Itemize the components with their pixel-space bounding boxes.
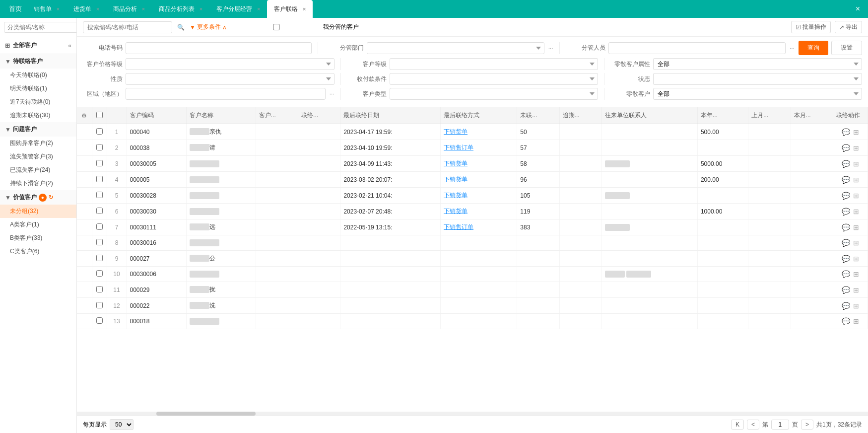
grid-action-icon[interactable]: ⊞ [853, 208, 859, 216]
cell-checkbox[interactable] [92, 219, 107, 235]
grid-action-icon[interactable]: ⊞ [853, 270, 859, 278]
cell-checkbox[interactable] [92, 188, 107, 204]
cell-last-method[interactable] [441, 267, 517, 282]
reset-button[interactable]: 设置 [831, 41, 862, 55]
sidebar-item-declining[interactable]: 持续下滑客户(2) [0, 177, 76, 190]
cell-last-method[interactable]: 下销售订单 [441, 140, 517, 156]
cell-last-method[interactable] [441, 298, 517, 314]
query-button[interactable]: 查询 [799, 41, 828, 55]
sidebar-item-churn-warning[interactable]: 流失预警客户(3) [0, 150, 76, 163]
cell-last-method[interactable]: 下销货单 [441, 188, 517, 204]
more-conditions-btn[interactable]: ▼ 更多条件 ∧ [190, 23, 227, 31]
nav-home[interactable]: 首页 [4, 0, 27, 18]
sidebar-group-value[interactable]: ▼ 价值客户 ● ↻ [0, 190, 76, 205]
tab-purchase[interactable]: 进货单 × [67, 0, 106, 18]
page-input[interactable] [771, 420, 789, 430]
grid-action-icon[interactable]: ⊞ [853, 128, 859, 136]
cell-last-method[interactable]: 下销货单 [441, 204, 517, 219]
phone-input[interactable] [126, 42, 312, 54]
col-settings[interactable]: ⚙ [77, 107, 92, 124]
row-checkbox[interactable] [96, 239, 103, 245]
tab-purchase-close[interactable]: × [96, 6, 99, 12]
sidebar-item-class-b[interactable]: B类客户(33) [0, 231, 76, 245]
sidebar-item-abnormal[interactable]: 囤购异常客户(2) [0, 137, 76, 150]
cell-checkbox[interactable] [92, 235, 107, 251]
manager-more-icon[interactable]: ··· [790, 45, 795, 52]
sidebar-group-problem[interactable]: ▼ 问题客户 [0, 122, 76, 137]
window-close-icon[interactable]: × [852, 4, 864, 13]
tab-sales[interactable]: 销售单 × [27, 0, 67, 18]
grid-action-icon[interactable]: ⊞ [853, 255, 859, 263]
my-customers-check[interactable] [232, 24, 321, 30]
cell-checkbox[interactable] [92, 204, 107, 219]
chat-icon[interactable]: 💬 [842, 239, 850, 247]
sidebar-item-7days[interactable]: 近7天待联络(0) [0, 95, 76, 109]
first-page-btn[interactable]: K [731, 420, 744, 430]
batch-ops-btn[interactable]: ☑ 批量操作 [791, 21, 831, 33]
chat-icon[interactable]: 💬 [842, 208, 850, 216]
tab-product-analysis-close[interactable]: × [142, 6, 145, 12]
chat-icon[interactable]: 💬 [842, 192, 850, 200]
cell-last-method[interactable] [441, 251, 517, 267]
row-checkbox[interactable] [96, 160, 103, 166]
grid-action-icon[interactable]: ⊞ [853, 223, 859, 231]
sidebar-search-input[interactable] [4, 22, 77, 33]
cell-checkbox[interactable] [92, 156, 107, 172]
cell-last-method[interactable] [441, 282, 517, 298]
sidebar-item-class-a[interactable]: A类客户(1) [0, 218, 76, 231]
grid-action-icon[interactable]: ⊞ [853, 160, 859, 168]
grid-action-icon[interactable]: ⊞ [853, 176, 859, 184]
row-checkbox[interactable] [96, 302, 103, 308]
search-input[interactable] [83, 21, 172, 33]
sidebar-item-overdue[interactable]: 逾期未联络(30) [0, 109, 76, 122]
chat-icon[interactable]: 💬 [842, 317, 850, 325]
tab-product-analysis-list-close[interactable]: × [200, 6, 202, 12]
refresh-icon[interactable]: ↻ [49, 194, 53, 201]
cell-last-method[interactable] [441, 235, 517, 251]
customer-type-select[interactable] [390, 88, 599, 100]
grid-action-icon[interactable]: ⊞ [853, 192, 859, 200]
region-more-icon[interactable]: ··· [330, 90, 334, 97]
cell-checkbox[interactable] [92, 282, 107, 298]
row-checkbox[interactable] [96, 317, 103, 324]
scrollbar-thumb[interactable] [156, 412, 256, 416]
chat-icon[interactable]: 💬 [842, 270, 850, 278]
row-checkbox[interactable] [96, 192, 103, 198]
chat-icon[interactable]: 💬 [842, 223, 850, 231]
sidebar-all-customers[interactable]: ⊞ 全部客户 « [0, 37, 76, 54]
cell-checkbox[interactable] [92, 298, 107, 314]
row-checkbox[interactable] [96, 208, 103, 214]
prev-page-btn[interactable]: < [747, 420, 759, 430]
sidebar-collapse-icon[interactable]: « [68, 42, 71, 49]
status-select[interactable] [653, 73, 862, 85]
tab-product-analysis[interactable]: 商品分析 × [106, 0, 152, 18]
price-level-select[interactable] [126, 58, 334, 70]
chat-icon[interactable]: 💬 [842, 144, 850, 152]
chat-icon[interactable]: 💬 [842, 160, 850, 168]
grid-action-icon[interactable]: ⊞ [853, 302, 859, 310]
tab-customer-contact-close[interactable]: × [303, 6, 306, 12]
tab-product-analysis-list[interactable]: 商品分析列表 × [152, 0, 209, 18]
chat-icon[interactable]: 💬 [842, 176, 850, 184]
manager-input[interactable] [608, 42, 786, 54]
sidebar-item-today[interactable]: 今天待联络(0) [0, 69, 76, 82]
row-checkbox[interactable] [96, 223, 103, 230]
chat-icon[interactable]: 💬 [842, 255, 850, 263]
chat-icon[interactable]: 💬 [842, 302, 850, 310]
region-input[interactable] [126, 88, 326, 100]
horizontal-scrollbar[interactable] [77, 412, 868, 416]
customer-level-select[interactable] [390, 58, 599, 70]
dept-select[interactable] [367, 42, 544, 54]
dept-more-icon[interactable]: ··· [548, 45, 553, 52]
cell-checkbox[interactable] [92, 251, 107, 267]
nature-select[interactable] [126, 73, 334, 85]
settings-icon[interactable]: ⚙ [81, 112, 87, 119]
filter-search-icon[interactable]: 🔍 [177, 24, 185, 31]
grid-action-icon[interactable]: ⊞ [853, 239, 859, 247]
sidebar-item-ungrouped[interactable]: 未分组(32) [0, 205, 76, 218]
cell-last-method[interactable]: 下销货单 [441, 124, 517, 140]
cell-last-method[interactable]: 下销售订单 [441, 219, 517, 235]
row-checkbox[interactable] [96, 128, 103, 135]
cell-last-method[interactable] [441, 314, 517, 329]
tab-customer-contact[interactable]: 客户联络 × [267, 0, 313, 18]
